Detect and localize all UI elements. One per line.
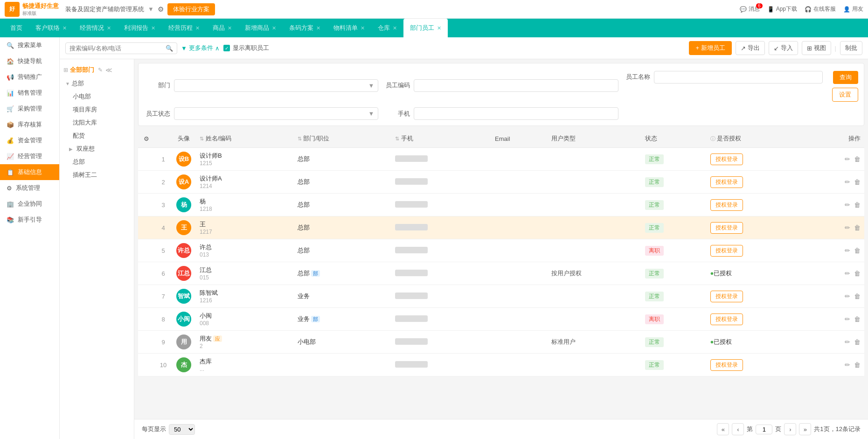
delete-icon[interactable]: 🗑 <box>854 293 861 300</box>
message-btn[interactable]: 💬 6 消息 <box>740 5 760 13</box>
delete-icon[interactable]: 🗑 <box>854 361 861 369</box>
tab-dept-employee-close[interactable]: ✕ <box>437 25 441 31</box>
prev-page-btn[interactable]: ‹ <box>732 423 744 435</box>
nav-search[interactable]: 🔍 搜索菜单 <box>0 37 59 53</box>
setup-btn[interactable]: 设置 <box>832 88 858 102</box>
tab-new-goods[interactable]: 新增商品 ✕ <box>238 19 283 37</box>
import-btn[interactable]: ↙ 导入 <box>769 41 798 55</box>
dept-collapse-icon[interactable]: ≪ <box>105 66 112 74</box>
export-btn[interactable]: ↗ 导出 <box>736 41 765 55</box>
page-size-select[interactable]: 10 20 50 100 <box>169 424 195 435</box>
dept-subitem-peihuo[interactable]: 配货 <box>60 129 134 142</box>
edit-icon[interactable]: ✏ <box>845 201 850 209</box>
dept-settings-icon[interactable]: ✎ <box>98 67 103 73</box>
tab-dept-employee[interactable]: 部门员工 ✕ <box>403 19 448 37</box>
filter-empcode-input[interactable] <box>414 79 618 92</box>
tab-warehouse[interactable]: 仓库 ✕ <box>371 19 403 37</box>
tab-operation-history[interactable]: 经营历程 ✕ <box>162 19 206 37</box>
nav-quick[interactable]: 🏠 快捷导航 <box>0 53 59 69</box>
col-settings[interactable]: ⚙ <box>138 130 155 148</box>
authorize-btn[interactable]: 授权登录 <box>710 314 743 325</box>
col-name[interactable]: ⇅ 姓名/编码 <box>196 130 294 148</box>
tab-profit-close[interactable]: ✕ <box>151 25 155 31</box>
tab-warehouse-close[interactable]: ✕ <box>393 25 397 31</box>
nav-marketing[interactable]: 📢 营销推广 <box>0 69 59 85</box>
next-page-btn[interactable]: › <box>784 423 796 435</box>
filter-empname-input[interactable] <box>654 71 823 84</box>
dept-subitem-project[interactable]: 项目库房 <box>60 103 134 116</box>
authorize-btn[interactable]: 授权登录 <box>710 199 743 211</box>
dept-item-shuangzuo[interactable]: ▶ 双座想 <box>60 142 134 155</box>
tab-goods[interactable]: 商品 ✕ <box>206 19 238 37</box>
authorize-btn[interactable]: 授权登录 <box>710 153 743 165</box>
tab-customer[interactable]: 客户联络 ✕ <box>29 19 73 37</box>
delete-icon[interactable]: 🗑 <box>854 155 861 163</box>
nav-finance[interactable]: 💰 资金管理 <box>0 132 59 148</box>
nav-sales[interactable]: 📊 销售管理 <box>0 85 59 101</box>
delete-icon[interactable]: 🗑 <box>854 178 861 186</box>
delete-icon[interactable]: 🗑 <box>854 315 861 323</box>
nav-inventory[interactable]: 📦 库存核算 <box>0 117 59 132</box>
authorize-btn[interactable]: 授权登录 <box>710 291 743 302</box>
tab-bom[interactable]: 物料清单 ✕ <box>327 19 371 37</box>
show-resigned-wrap[interactable]: ✓ 显示离职员工 <box>223 44 269 52</box>
tab-profit[interactable]: 利润报告 ✕ <box>118 19 162 37</box>
filter-status-select[interactable]: ▼ <box>174 107 378 120</box>
nav-system[interactable]: ⚙ 系统管理 <box>0 180 59 196</box>
dept-subitem-xiaodian[interactable]: 小电部 <box>60 90 134 103</box>
view-btn[interactable]: ⊞ 视图 <box>802 41 831 55</box>
tab-goods-close[interactable]: ✕ <box>228 25 232 31</box>
first-page-btn[interactable]: « <box>717 423 729 435</box>
delete-icon[interactable]: 🗑 <box>854 201 861 209</box>
col-dept[interactable]: ⇅ 部门/职位 <box>294 130 392 148</box>
nav-purchase[interactable]: 🛒 采购管理 <box>0 101 59 117</box>
edit-icon[interactable]: ✏ <box>845 155 850 163</box>
authorize-btn[interactable]: 授权登录 <box>710 176 743 188</box>
edit-icon[interactable]: ✏ <box>845 224 850 231</box>
user-btn[interactable]: 👤 用友 <box>843 5 863 13</box>
delete-icon[interactable]: 🗑 <box>854 270 861 277</box>
search-input[interactable] <box>69 45 163 52</box>
tab-home[interactable]: 首页 <box>4 19 29 37</box>
tab-operation-status-close[interactable]: ✕ <box>107 25 111 31</box>
settings-icon[interactable]: ⚙ <box>158 5 164 14</box>
experience-btn[interactable]: 体验行业方案 <box>167 3 215 15</box>
query-btn[interactable]: 查询 <box>833 71 858 84</box>
delete-icon[interactable]: 🗑 <box>854 224 861 231</box>
authorize-btn[interactable]: 授权登录 <box>710 222 743 234</box>
dept-subitem-shenyang[interactable]: 沈阳大库 <box>60 116 134 129</box>
dept-item-main[interactable]: ▼ 总部 <box>60 77 134 90</box>
nav-operation[interactable]: 📈 经营管理 <box>0 148 59 164</box>
tab-barcode[interactable]: 条码方案 ✕ <box>283 19 327 37</box>
delete-icon[interactable]: 🗑 <box>854 247 861 254</box>
online-service-btn[interactable]: 🎧 在线客服 <box>805 5 836 13</box>
tab-barcode-close[interactable]: ✕ <box>316 25 320 31</box>
dept-subitem-chashuwang[interactable]: 插树王二 <box>60 168 134 181</box>
filter-phone-input[interactable] <box>414 107 618 120</box>
tab-operation-status[interactable]: 经营情况 ✕ <box>73 19 118 37</box>
nav-guide[interactable]: 📚 新手引导 <box>0 212 59 228</box>
show-resigned-checkbox[interactable]: ✓ <box>223 45 230 51</box>
dropdown-icon[interactable]: ▼ <box>148 6 154 13</box>
print-btn[interactable]: 制批 <box>840 41 862 55</box>
add-employee-btn[interactable]: + 新增员工 <box>689 41 731 55</box>
dept-subitem-zongbu[interactable]: 总部 <box>60 155 134 168</box>
more-filter-btn[interactable]: ▼ 更多条件 ∧ <box>181 44 220 52</box>
last-page-btn[interactable]: » <box>799 423 811 435</box>
filter-dept-select[interactable]: ▼ <box>174 79 378 92</box>
edit-icon[interactable]: ✏ <box>845 293 850 300</box>
edit-icon[interactable]: ✏ <box>845 270 850 277</box>
authorize-btn[interactable]: 授权登录 <box>710 359 743 371</box>
tab-operation-history-close[interactable]: ✕ <box>195 25 200 31</box>
authorize-btn[interactable]: 授权登录 <box>710 245 743 257</box>
edit-icon[interactable]: ✏ <box>845 338 850 346</box>
edit-icon[interactable]: ✏ <box>845 247 850 254</box>
edit-icon[interactable]: ✏ <box>845 178 850 186</box>
edit-icon[interactable]: ✏ <box>845 315 850 323</box>
edit-icon[interactable]: ✏ <box>845 361 850 369</box>
app-download-btn[interactable]: 📱 App下载 <box>767 5 797 13</box>
col-phone[interactable]: ⇅ 手机 <box>391 130 491 148</box>
tab-bom-close[interactable]: ✕ <box>361 25 365 31</box>
tab-customer-close[interactable]: ✕ <box>62 25 67 31</box>
page-input[interactable] <box>756 425 772 434</box>
